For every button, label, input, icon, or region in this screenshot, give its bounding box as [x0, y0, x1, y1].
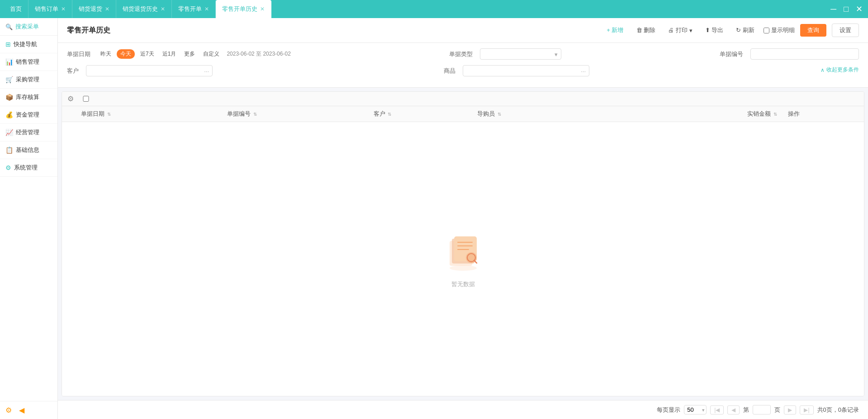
filter-area: 单据日期 昨天 今天 近7天 近1月 更多 自定义 2023-06-02 至 2… [58, 43, 868, 88]
next-page-button[interactable]: ▶ [784, 405, 796, 414]
th-spacer [597, 106, 636, 122]
table-header: 单据日期 ⇅ 单据编号 ⇅ 客户 ⇅ [62, 106, 864, 122]
date-option-last7[interactable]: 近7天 [138, 49, 157, 59]
page-unit: 页 [774, 406, 780, 414]
sort-guide-icon: ⇅ [498, 112, 501, 117]
window-controls: ─ □ ✕ [829, 4, 864, 14]
th-guide[interactable]: 导购员 ⇅ [472, 106, 597, 122]
close-tab-sales-return-history[interactable]: ✕ [161, 6, 165, 12]
date-option-more[interactable]: 更多 [181, 49, 198, 59]
content-area: 零售开单历史 + 新增 🗑 删除 🖨 打印 ▾ ⬆ 导出 [58, 18, 868, 419]
sidebar-item-purchase-mgmt[interactable]: 🛒 采购管理 [0, 71, 57, 89]
data-table: 单据日期 ⇅ 单据编号 ⇅ 客户 ⇅ [62, 106, 864, 122]
sidebar-item-quick-nav[interactable]: ⊞ 快捷导航 [0, 36, 57, 53]
sidebar-item-basic-info[interactable]: 📋 基础信息 [0, 141, 57, 159]
sidebar-bottom: ⚙ ◀ [0, 401, 57, 419]
th-date[interactable]: 单据日期 ⇅ [76, 106, 222, 122]
close-tab-sales-order[interactable]: ✕ [61, 6, 66, 12]
date-option-today[interactable]: 今天 [117, 49, 135, 59]
filter-row-2: 客户 ··· 商品 ··· ∧ 收起更多条件 [67, 64, 859, 77]
sidebar-item-finance[interactable]: 💰 资金管理 [0, 106, 57, 124]
close-tab-sales-return[interactable]: ✕ [105, 6, 109, 12]
page-number-input[interactable]: 1 [753, 405, 771, 414]
goods-dots-icon[interactable]: ··· [581, 67, 586, 74]
collapse-bar[interactable]: ∧ 收起更多条件 [821, 64, 859, 77]
customer-label: 客户 [67, 67, 79, 75]
main-layout: 🔍 搜索采单 ⊞ 快捷导航 📊 销售管理 🛒 采购管理 📦 库存核算 💰 资金管… [0, 18, 868, 419]
settings-bottom-icon[interactable]: ⚙ [5, 406, 12, 414]
purchase-mgmt-icon: 🛒 [5, 76, 13, 83]
date-label: 单据日期 [67, 50, 90, 58]
sidebar-item-inventory[interactable]: 📦 库存核算 [0, 89, 57, 106]
select-all-checkbox[interactable] [79, 96, 93, 102]
empty-text: 暂无数据 [451, 280, 475, 288]
page-size-select[interactable]: 10 20 50 100 [684, 405, 707, 414]
date-range: 2023-06-02 至 2023-06-02 [227, 50, 290, 58]
refresh-button[interactable]: ↻ 刷新 [732, 24, 758, 36]
system-icon: ⚙ [5, 164, 11, 171]
th-customer[interactable]: 客户 ⇅ [368, 106, 472, 122]
doc-type-select[interactable] [480, 48, 561, 60]
doc-no-input[interactable] [750, 48, 859, 60]
tab-sales-order[interactable]: 销售订单 ✕ [28, 0, 72, 18]
date-option-yesterday[interactable]: 昨天 [98, 49, 114, 59]
basic-info-icon: 📋 [5, 146, 13, 154]
goods-input[interactable] [463, 65, 589, 76]
display-detail-checkbox[interactable] [764, 28, 769, 33]
th-number[interactable]: 单据编号 ⇅ [222, 106, 368, 122]
chevron-up-icon: ∧ [821, 67, 825, 73]
date-option-last1m[interactable]: 近1月 [160, 49, 179, 59]
minimize-button[interactable]: ─ [829, 5, 838, 14]
table-toolbar: ⚙ [62, 92, 864, 106]
doc-type-label: 单据类型 [449, 50, 473, 58]
table-scroll-area: 单据日期 ⇅ 单据编号 ⇅ 客户 ⇅ [62, 106, 864, 396]
sidebar-item-system[interactable]: ⚙ 系统管理 [0, 159, 57, 177]
tab-retail-open-history[interactable]: 零售开单历史 ✕ [216, 0, 271, 18]
tab-sales-return[interactable]: 销货退货 ✕ [72, 0, 116, 18]
quick-nav-icon: ⊞ [5, 41, 11, 48]
tab-retail-open[interactable]: 零售开单 ✕ [172, 0, 216, 18]
page-label: 第 [743, 406, 749, 414]
sort-number-icon: ⇅ [253, 112, 257, 117]
print-button[interactable]: 🖨 打印 ▾ [664, 24, 696, 36]
tab-home[interactable]: 首页 [4, 0, 28, 18]
toolbar: + 新增 🗑 删除 🖨 打印 ▾ ⬆ 导出 ↻ 刷新 [603, 24, 859, 37]
query-button[interactable]: 查询 [800, 24, 826, 37]
table-container: ⚙ 单据日期 ⇅ 单据编号 ⇅ [62, 91, 864, 396]
sidebar-search[interactable]: 🔍 搜索采单 [0, 18, 57, 36]
per-page-label: 每页显示 [657, 406, 680, 414]
maximize-button[interactable]: □ [842, 5, 850, 14]
search-icon: 🔍 [5, 24, 13, 30]
goods-label: 商品 [444, 67, 455, 75]
filter-row-1: 单据日期 昨天 今天 近7天 近1月 更多 自定义 2023-06-02 至 2… [67, 48, 859, 60]
settings-button[interactable]: 设置 [832, 24, 859, 37]
page-size-wrap: 10 20 50 100 [684, 405, 707, 414]
delete-button[interactable]: 🗑 删除 [633, 24, 659, 36]
finance-icon: 💰 [5, 111, 13, 118]
export-button[interactable]: ⬆ 导出 [702, 24, 727, 36]
prev-page-button[interactable]: ◀ [727, 405, 740, 414]
total-info: 共0页，0条记录 [817, 406, 859, 414]
sidebar-item-sales-mgmt[interactable]: 📊 销售管理 [0, 53, 57, 71]
customer-dots-icon[interactable]: ··· [204, 67, 209, 74]
page-title-row: 零售开单历史 + 新增 🗑 删除 🖨 打印 ▾ ⬆ 导出 [67, 24, 859, 37]
add-button[interactable]: + 新增 [603, 24, 627, 36]
customer-input[interactable] [86, 65, 213, 76]
doc-type-select-wrap [480, 48, 561, 60]
tab-sales-return-history[interactable]: 销货退货历史 ✕ [116, 0, 172, 18]
date-option-custom[interactable]: 自定义 [200, 49, 222, 59]
table-settings-icon[interactable]: ⚙ [67, 94, 74, 103]
display-detail-check[interactable]: 显示明细 [764, 26, 795, 34]
sidebar-item-operations[interactable]: 📈 经营管理 [0, 124, 57, 141]
close-tab-retail-open-history[interactable]: ✕ [260, 6, 265, 12]
sort-customer-icon: ⇅ [388, 112, 391, 117]
first-page-button[interactable]: |◀ [710, 405, 724, 414]
th-amount[interactable]: 实销金额 ⇅ [636, 106, 782, 122]
sort-date-icon: ⇅ [107, 112, 111, 117]
page-title: 零售开单历史 [67, 26, 110, 35]
sales-mgmt-icon: 📊 [5, 58, 13, 66]
collapse-sidebar-icon[interactable]: ◀ [19, 406, 24, 414]
last-page-button[interactable]: ▶| [800, 405, 813, 414]
close-tab-retail-open[interactable]: ✕ [204, 6, 209, 12]
close-button[interactable]: ✕ [854, 4, 864, 14]
